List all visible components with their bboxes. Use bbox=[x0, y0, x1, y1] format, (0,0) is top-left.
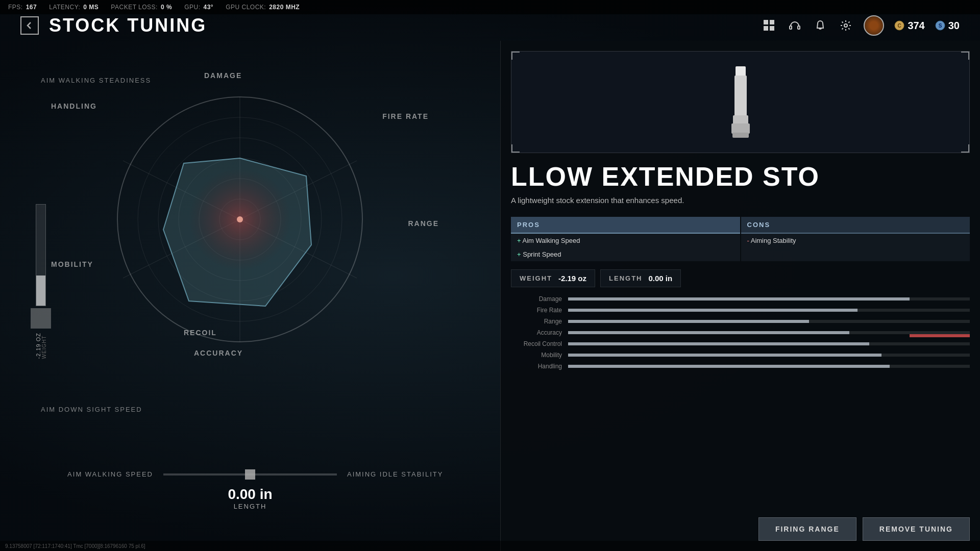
svg-point-6 bbox=[844, 24, 847, 27]
item-image bbox=[720, 66, 761, 138]
mobility-bar-fill bbox=[568, 354, 881, 357]
corner-tl bbox=[511, 52, 520, 60]
debug-text: 9.13758007 [72:117:1740:41] Tmc [7000][8… bbox=[5, 543, 145, 549]
currency1-icon: C bbox=[894, 20, 904, 31]
svg-rect-0 bbox=[764, 20, 768, 24]
currency1-display: C 374 bbox=[894, 20, 924, 32]
radar-svg bbox=[92, 82, 388, 357]
pros-cons-container: PROS Aim Walking Speed Sprint Speed CONS… bbox=[501, 217, 980, 261]
stat-bar-mobility: Mobility bbox=[511, 352, 970, 359]
weight-indicator: -2.19 OZ WEIGHT bbox=[31, 204, 51, 359]
damage-label: DAMAGE bbox=[204, 71, 242, 80]
weight-bar-track bbox=[36, 204, 46, 306]
stat-bar-range: Range bbox=[511, 318, 970, 325]
remove-tuning-button[interactable]: REMOVE TUNING bbox=[863, 517, 970, 541]
range-bar-label: Range bbox=[511, 318, 562, 325]
header-right: C 374 S 30 bbox=[762, 5, 960, 46]
length-value: 0.00 in bbox=[648, 274, 672, 283]
pros-header: PROS bbox=[511, 217, 740, 234]
weight-box bbox=[31, 308, 51, 329]
svg-rect-31 bbox=[732, 133, 749, 138]
svg-rect-29 bbox=[733, 115, 748, 124]
fire-rate-bar-track bbox=[568, 309, 970, 312]
range-bar-fill bbox=[568, 320, 809, 323]
range-label: RANGE bbox=[408, 219, 439, 228]
settings-icon[interactable] bbox=[838, 18, 853, 33]
aiming-idle-stability-label: AIMING IDLE STABILITY bbox=[347, 470, 459, 478]
handling-label: HANDLING bbox=[51, 102, 97, 110]
item-preview bbox=[511, 51, 970, 153]
stat-bar-damage: Damage bbox=[511, 295, 970, 303]
cons-header: CONS bbox=[741, 217, 970, 234]
stat-bar-fire-rate: Fire Rate bbox=[511, 307, 970, 314]
weight-vertical-label: -2.19 OZ WEIGHT bbox=[35, 333, 47, 359]
firing-range-button[interactable]: FIRING RANGE bbox=[758, 517, 856, 541]
recoil-bar-label: Recoil Control bbox=[511, 340, 562, 347]
svg-rect-1 bbox=[770, 20, 774, 24]
fire-rate-bar-fill bbox=[568, 309, 857, 312]
mobility-bar-label: Mobility bbox=[511, 352, 562, 359]
slider-current-value: 0.00 in bbox=[41, 486, 459, 503]
stat-bars: Damage Fire Rate Range Accuracy bbox=[501, 287, 980, 370]
accuracy-label: ACCURACY bbox=[194, 349, 243, 357]
cons-box: CONS Aiming Stability bbox=[741, 217, 970, 261]
currency1-value: 374 bbox=[908, 20, 924, 32]
weight-bar-fill bbox=[36, 276, 45, 306]
stat-bar-handling: Handling bbox=[511, 363, 970, 370]
svg-rect-30 bbox=[731, 123, 750, 134]
item-name-container: LLOW EXTENDED STO bbox=[501, 163, 980, 190]
length-chip: LENGTH 0.00 in bbox=[600, 269, 681, 287]
length-label: LENGTH bbox=[609, 274, 642, 282]
radar-chart: DAMAGE FIRE RATE RANGE ACCURACY RECOIL M… bbox=[92, 82, 398, 367]
right-panel: LLOW EXTENDED STO A lightweight stock ex… bbox=[500, 41, 980, 551]
fire-rate-label: FIRE RATE bbox=[382, 112, 429, 120]
range-bar-track bbox=[568, 320, 970, 323]
weight-chip: WEIGHT -2.19 oz bbox=[511, 269, 595, 287]
accuracy-bar-fill bbox=[568, 331, 849, 334]
currency2-display: S 30 bbox=[935, 20, 960, 32]
handling-bar-track bbox=[568, 365, 970, 368]
headphones-icon[interactable] bbox=[787, 18, 802, 33]
left-panel: AIM WALKING STEADINESS -2.19 OZ WEIGHT D… bbox=[0, 41, 500, 551]
item-name: LLOW EXTENDED STO bbox=[511, 163, 970, 190]
recoil-bar-fill bbox=[568, 342, 869, 345]
fire-rate-bar-label: Fire Rate bbox=[511, 307, 562, 314]
page-title: STOCK TUNING bbox=[49, 15, 207, 36]
avatar bbox=[864, 15, 884, 36]
grid-icon[interactable] bbox=[762, 18, 777, 33]
pros-item-2: Sprint Speed bbox=[511, 247, 740, 261]
stat-bar-accuracy: Accuracy bbox=[511, 329, 970, 336]
accuracy-bar-label: Accuracy bbox=[511, 329, 562, 336]
corner-br bbox=[961, 144, 969, 153]
slider-value-display: 0.00 in LENGTH bbox=[41, 486, 459, 510]
item-image-container bbox=[720, 66, 761, 138]
damage-bar-track bbox=[568, 297, 970, 300]
aim-walking-speed-thumb[interactable] bbox=[245, 469, 255, 480]
back-arrow-icon bbox=[26, 21, 34, 30]
handling-bar-fill bbox=[568, 365, 890, 368]
recoil-bar-track bbox=[568, 342, 970, 345]
svg-point-26 bbox=[237, 216, 243, 222]
pros-item-1: Aim Walking Speed bbox=[511, 234, 740, 247]
debug-bar: 9.13758007 [72:117:1740:41] Tmc [7000][8… bbox=[0, 541, 980, 551]
svg-text:S: S bbox=[938, 23, 942, 29]
back-button[interactable] bbox=[20, 16, 39, 35]
svg-rect-5 bbox=[798, 26, 800, 29]
bell-icon[interactable] bbox=[813, 18, 828, 33]
aim-walking-speed-label: AIM WALKING SPEED bbox=[41, 470, 153, 478]
slider-unit-label: LENGTH bbox=[41, 503, 459, 510]
svg-rect-4 bbox=[790, 26, 792, 29]
bottom-buttons: FIRING RANGE REMOVE TUNING bbox=[758, 517, 970, 541]
aim-walking-speed-slider[interactable] bbox=[163, 473, 337, 475]
weight-label: WEIGHT bbox=[520, 274, 552, 282]
currency2-value: 30 bbox=[948, 20, 960, 32]
header: STOCK TUNING bbox=[0, 0, 980, 41]
svg-rect-3 bbox=[770, 26, 774, 31]
cons-item-1: Aiming Stability bbox=[741, 234, 970, 247]
svg-rect-2 bbox=[764, 26, 768, 31]
item-description: A lightweight stock extension that enhan… bbox=[501, 190, 980, 212]
pros-box: PROS Aim Walking Speed Sprint Speed bbox=[511, 217, 740, 261]
mobility-label: MOBILITY bbox=[51, 260, 93, 268]
currency2-icon: S bbox=[935, 20, 945, 31]
weight-length-row: WEIGHT -2.19 oz LENGTH 0.00 in bbox=[501, 269, 980, 287]
